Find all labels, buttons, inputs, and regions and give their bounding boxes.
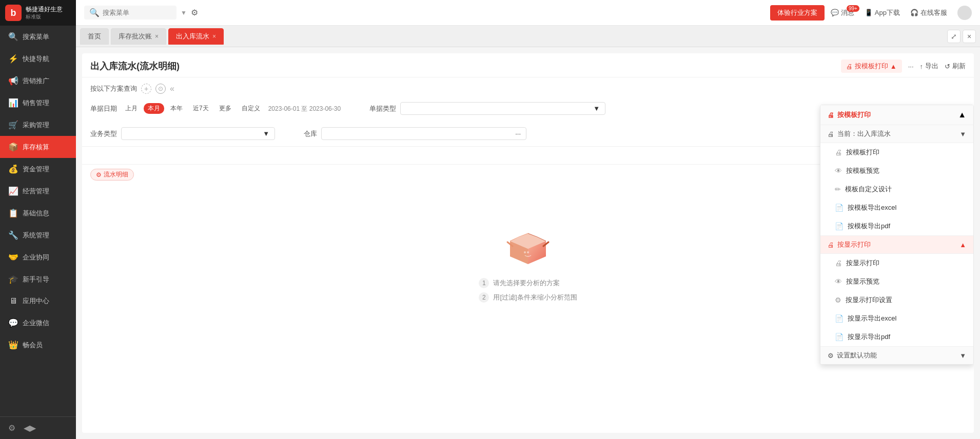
sidebar-item-search[interactable]: 🔍 搜索菜单 [0,26,76,48]
date-btn-last-month[interactable]: 上月 [121,103,142,114]
more-options-button[interactable]: ··· [908,63,914,70]
tab-close-icon[interactable]: × [155,33,159,40]
sidebar-item-operations[interactable]: 📈 经营管理 [0,180,76,202]
tab-flow[interactable]: 出入库流水 × [168,28,224,45]
header-left: 🔍 ▼ ⚙ [84,6,764,19]
cart-icon: 🛒 [8,120,18,130]
sidebar-item-wechat[interactable]: 💬 企业微信 [0,312,76,334]
dropdown-item-display-print-settings[interactable]: ⚙ 按显示打印设置 [820,291,973,309]
trial-button[interactable]: 体验行业方案 [770,5,825,21]
message-badge: 99+ [847,5,859,12]
display-print-icon: 🖨 [828,241,834,249]
preview-icon: 👁 [835,167,842,175]
dropdown-item-template-custom[interactable]: ✏ 模板自定义设计 [820,180,973,198]
more-icon: ··· [908,63,914,70]
sidebar-item-sales[interactable]: 📊 销售管理 [0,92,76,114]
print-template-label: 按模板打印 [855,62,888,71]
sidebar-item-system[interactable]: 🔧 系统管理 [0,224,76,246]
sidebar-collapse-icon[interactable]: ◀▶ [24,423,36,433]
dropdown-item-template-export-pdf[interactable]: 📄 按模板导出pdf [820,217,973,235]
date-btn-this-month[interactable]: 本月 [144,103,164,114]
refresh-label: 刷新 [952,62,966,71]
sidebar-settings-icon[interactable]: ⚙ [8,423,15,433]
sidebar-item-cooperation[interactable]: 🤝 企业协同 [0,246,76,268]
sidebar-item-basics[interactable]: 📋 基础信息 [0,202,76,224]
sidebar-item-marketing[interactable]: 📢 营销推广 [0,70,76,92]
wrench-icon: 🔧 [8,230,18,240]
current-icon: 🖨 [828,130,834,138]
app-download-button[interactable]: 📱 App下载 [865,8,900,17]
dropdown-panel-header: 🖨 按模板打印 ▲ [820,105,973,125]
header-dropdown-chevron[interactable]: ▼ [181,9,187,16]
sidebar-item-purchase[interactable]: 🛒 采购管理 [0,114,76,136]
sidebar-item-guide[interactable]: 🎓 新手引导 [0,268,76,290]
sidebar-item-inventory[interactable]: 📦 库存核算 [0,136,76,158]
set-default-button[interactable]: ⚙ 设置默认功能 ▼ [820,346,973,364]
date-btn-this-year[interactable]: 本年 [166,103,187,114]
online-service-button[interactable]: 🎧 在线客服 [910,8,947,17]
header-gear-icon[interactable]: ⚙ [191,8,198,17]
filter-tag-detail[interactable]: ⚙ 流水明细 [90,169,134,181]
box-icon: 📦 [8,142,18,152]
dropdown-item-template-preview[interactable]: 👁 按模板预览 [820,162,973,180]
tab-label: 首页 [88,32,101,41]
crown-icon: 👑 [8,340,18,350]
dropdown-item-display-export-excel[interactable]: 📄 按显示导出excel [820,309,973,328]
date-btn-custom[interactable]: 自定义 [238,103,264,114]
type-dropdown[interactable]: ▼ [400,102,605,115]
header-search-box[interactable]: 🔍 [84,6,177,19]
filter-label-text: 按以下方案查询 [90,84,137,93]
message-button[interactable]: 💬 消息 99+ [831,8,854,17]
dropdown-item-display-print[interactable]: 🖨 按显示打印 [820,254,973,272]
content-area: 出入库流水(流水明细) 🖨 按模板打印 ▲ ··· ↑ 导出 [76,47,980,439]
sidebar-item-finance[interactable]: 💰 资金管理 [0,158,76,180]
sidebar-item-app-center[interactable]: 🖥 应用中心 [0,290,76,312]
step-2-number: 2 [479,292,489,303]
sidebar-item-member[interactable]: 👑 畅会员 [0,334,76,356]
dropdown-item-display-export-pdf[interactable]: 📄 按显示导出pdf [820,328,973,346]
date-filter-field: 单据日期 上月 本月 本年 近7天 更多 自定义 2023-06-01 至 20… [90,103,341,114]
tab-label: 出入库流水 [176,32,209,41]
sidebar-item-label: 资金管理 [23,165,49,174]
dropdown-item-display-preview[interactable]: 👁 按显示预览 [820,272,973,291]
tab-batch-account[interactable]: 库存批次账 × [111,28,166,45]
filter-label-row: 按以下方案查询 + ⊙ « [90,84,174,94]
graduate-icon: 🎓 [8,274,18,284]
display-print-section-header[interactable]: 🖨 按显示打印 ▲ [820,236,973,254]
tab-close-all-button[interactable]: × [963,30,976,43]
tab-home[interactable]: 首页 [80,28,109,45]
date-btn-last-7[interactable]: 近7天 [189,103,213,114]
export-button[interactable]: ↑ 导出 [920,62,939,71]
search-input[interactable] [103,9,169,16]
dropdown-item-template-export-excel[interactable]: 📄 按模板导出excel [820,198,973,217]
tab-close-icon[interactable]: × [212,33,216,40]
current-template-row[interactable]: 🖨 当前：出入库流水 ▼ [820,125,973,143]
dropdown-item-template-print[interactable]: 🖨 按模板打印 [820,143,973,162]
warehouse-input[interactable]: ··· [321,127,526,140]
display-excel-icon: 📄 [835,314,844,323]
print-template-button[interactable]: 🖨 按模板打印 ▲ [841,59,902,73]
filter-collapse-button[interactable]: « [170,84,174,93]
filter-settings-button[interactable]: ⊙ [155,84,166,94]
tabs-bar-right: ⤢ × [947,30,976,43]
trend-icon: 📈 [8,186,18,196]
sidebar-item-quick-nav[interactable]: ⚡ 快捷导航 [0,48,76,70]
svg-point-3 [527,251,529,253]
handshake-icon: 🤝 [8,252,18,262]
user-avatar[interactable] [957,6,972,20]
sidebar-bottom: ⚙ ◀▶ [0,416,76,439]
refresh-button[interactable]: ↺ 刷新 [945,62,966,71]
current-label: 当前：出入库流水 [837,129,891,138]
dropdown-chevron-up[interactable]: ▲ [958,110,966,119]
message-icon: 💬 [831,9,839,16]
tab-expand-button[interactable]: ⤢ [947,30,961,43]
sidebar-item-label: 企业微信 [23,318,49,328]
date-btn-more[interactable]: 更多 [215,103,236,114]
settings-chevron: ▼ [959,352,966,360]
sidebar-item-label: 经营管理 [23,187,49,196]
megaphone-icon: 📢 [8,76,18,86]
filter-add-button[interactable]: + [141,84,151,94]
sidebar-item-label: 库存核算 [23,143,49,152]
biz-type-dropdown[interactable]: ▼ [121,127,275,140]
sidebar-item-label: 新手引导 [23,275,49,284]
